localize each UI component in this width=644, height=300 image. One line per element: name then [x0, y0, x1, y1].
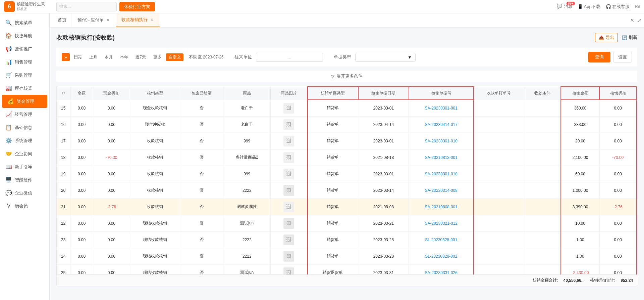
sidebar-icon-1: 🏠 [5, 33, 12, 39]
sidebar-item-5[interactable]: 🏭库存核算 [0, 82, 49, 95]
cell-receipt-order-no [474, 231, 524, 248]
sidebar-label-14: 畅会员 [15, 203, 28, 209]
cancel-doc-no-link[interactable]: SA-20230331-026 [425, 270, 458, 275]
sidebar-item-12[interactable]: 🖥️智能硬件 [0, 173, 49, 186]
page-title-actions: 📤 导出 🔄 刷新 [595, 33, 637, 42]
cell-cancel-doc-date: 2023-03-14 [358, 182, 409, 199]
cell-cash-discount: 0.00 [93, 215, 130, 231]
industry-solution-button[interactable]: 休验行业方案 [119, 2, 155, 11]
th-cancel-doc-no: 核销单据号 [409, 87, 474, 100]
date-label: 日期 [74, 54, 83, 60]
cell-cancel-type: 收款核销 [130, 199, 180, 215]
date-btn-custom[interactable]: 自定义 [166, 53, 183, 61]
message-icon-btn[interactable]: 💬 99+ 消息 [557, 4, 572, 9]
cell-cash-discount: 0.00 [93, 248, 130, 264]
footer-total-discount-label: 核销折扣合计: [590, 277, 615, 283]
cell-receipt-condition [524, 215, 561, 231]
date-btn-this-year[interactable]: 本年 [117, 53, 131, 61]
data-table: ⚙ 余额 现金折扣 核销类型 包含已结清 商品 商品图片 核销单据类型 核销单据… [57, 86, 637, 274]
online-service-link[interactable]: 🎧 在线客服 [606, 4, 630, 10]
cell-cancel-doc-type: 销货单 [308, 166, 358, 182]
cancel-doc-no-link[interactable]: SA-20230414-017 [425, 122, 458, 127]
expand-tabs-icon[interactable]: ⤢ [637, 17, 641, 24]
dropdown-icon: ▼ [408, 55, 412, 60]
sidebar-item-13[interactable]: 💬企业微信 [0, 186, 49, 200]
close-all-tabs-icon[interactable]: ✕ [630, 17, 634, 24]
tab-receipt-cancel[interactable]: 收款核销执行 ✕ [116, 13, 160, 27]
sidebar-icon-4: 🛒 [5, 72, 12, 78]
export-button[interactable]: 📤 导出 [595, 33, 618, 42]
partner-input[interactable]: ... [256, 53, 323, 62]
sidebar-item-4[interactable]: 🛒采购管理 [0, 69, 49, 82]
product-image: 🖼 [283, 251, 294, 262]
date-btn-last-month[interactable]: 上月 [87, 53, 100, 61]
cancel-doc-no-link[interactable]: SA-20230301-010 [425, 139, 458, 143]
cell-row-num: 16 [57, 116, 70, 133]
cancel-doc-no-link[interactable]: SA-20230301-001 [425, 106, 458, 111]
sidebar-item-1[interactable]: 🏠快捷导航 [0, 29, 49, 42]
app-download-label: App下载 [584, 4, 600, 9]
cancel-doc-no-link[interactable]: SA-20230301-010 [425, 172, 458, 176]
th-receipt-condition: 收款条件 [524, 87, 561, 100]
query-button[interactable]: 查询 [588, 52, 610, 62]
sidebar-item-0[interactable]: 🔍搜索菜单 [0, 16, 49, 29]
cancel-doc-no-link[interactable]: SA-20210808-001 [425, 205, 458, 209]
cell-cancel-amount: 3,390.00 [561, 199, 599, 215]
order-type-select[interactable]: ▼ [355, 53, 416, 62]
cell-balance: 0.00 [70, 100, 93, 116]
date-btn-this-month[interactable]: 本月 [102, 53, 115, 61]
table-row: 19 0.00 0.00 收款核销 否 999 🖼 销货单 2023-03-01… [57, 166, 637, 182]
receipt-tab-close[interactable]: ✕ [150, 17, 154, 23]
cell-cancel-doc-type: 销货单 [308, 149, 358, 166]
cell-cancel-amount: 20.00 [561, 133, 599, 149]
cell-product-img: 🖼 [271, 199, 308, 215]
product-image-placeholder: 🖼 [283, 136, 294, 146]
date-btn-more[interactable]: 更多 [151, 53, 164, 61]
export-icon: 📤 [599, 35, 604, 40]
top-bar-actions: 💬 99+ 消息 📱 App下载 🎧 在线客服 Rit [557, 4, 640, 10]
cell-balance: 0.00 [70, 166, 93, 182]
search-bar[interactable]: 搜索... [56, 2, 117, 11]
settings-button[interactable]: 设置 [613, 52, 632, 62]
tab-home[interactable]: 首页 [52, 13, 72, 27]
cell-cancel-discount: 0.00 [599, 100, 637, 116]
cancel-doc-no-link[interactable]: SA-20230314-008 [425, 188, 458, 193]
sidebar-item-7[interactable]: 📈经营管理 [0, 108, 49, 121]
expand-chevron-icon: ▽ [331, 74, 334, 79]
table-wrapper[interactable]: ⚙ 余额 现金折扣 核销类型 包含已结清 商品 商品图片 核销单据类型 核销单据… [57, 86, 637, 274]
expand-more-bar[interactable]: ▽ 展开更多条件 [56, 71, 637, 82]
sidebar-item-2[interactable]: 📢营销推广 [0, 42, 49, 55]
sidebar-item-3[interactable]: 📊销售管理 [0, 55, 49, 69]
cell-product: 测试jun [223, 264, 271, 274]
sidebar-item-10[interactable]: 🤝企业协同 [0, 147, 49, 160]
sidebar-item-8[interactable]: 📋基础信息 [0, 121, 49, 134]
table-row: 23 0.00 0.00 现结收款核销 否 2222 🖼 销货单 2023-03… [57, 231, 637, 248]
cell-receipt-condition [524, 199, 561, 215]
app-download-link[interactable]: 📱 App下载 [578, 4, 600, 10]
cell-include-settled: 否 [180, 133, 223, 149]
product-image: 🖼 [283, 218, 294, 229]
cell-cancel-amount: 10.00 [561, 215, 599, 231]
prepay-tab-close[interactable]: ✕ [106, 17, 110, 23]
sidebar-label-5: 库存核算 [15, 85, 32, 91]
cell-product-img: 🖼 [271, 215, 308, 231]
refresh-button[interactable]: 🔄 刷新 [622, 33, 637, 42]
sidebar-item-6[interactable]: 💰资金管理 [2, 95, 47, 108]
filter-expand-button[interactable]: » [62, 53, 70, 61]
cell-product: 999 [223, 166, 271, 182]
cancel-doc-no-link[interactable]: SL-20230328-001 [425, 238, 457, 242]
sidebar-item-14[interactable]: V畅会员 [0, 200, 49, 212]
user-info[interactable]: Rit [635, 4, 640, 9]
sidebar-item-11[interactable]: 📖新手引导 [0, 160, 49, 173]
cancel-doc-no-link[interactable]: SA-20210813-001 [425, 155, 458, 160]
message-icon: 💬 [557, 4, 562, 9]
sidebar-icon-11: 📖 [5, 164, 12, 170]
cancel-doc-no-link[interactable]: SA-20230321-012 [425, 221, 458, 226]
sidebar-item-9[interactable]: ⚙️系统管理 [0, 134, 49, 147]
tab-prepay[interactable]: 预付冲应付单 ✕ [72, 13, 116, 27]
cancel-doc-no-link[interactable]: SL-20230328-002 [425, 254, 457, 259]
cell-cancel-doc-no: SA-20230301-001 [409, 100, 474, 116]
cell-cancel-doc-type: 销货单 [308, 116, 358, 133]
cell-product-img: 🖼 [271, 264, 308, 274]
date-btn-7days[interactable]: 近7天 [133, 53, 149, 61]
